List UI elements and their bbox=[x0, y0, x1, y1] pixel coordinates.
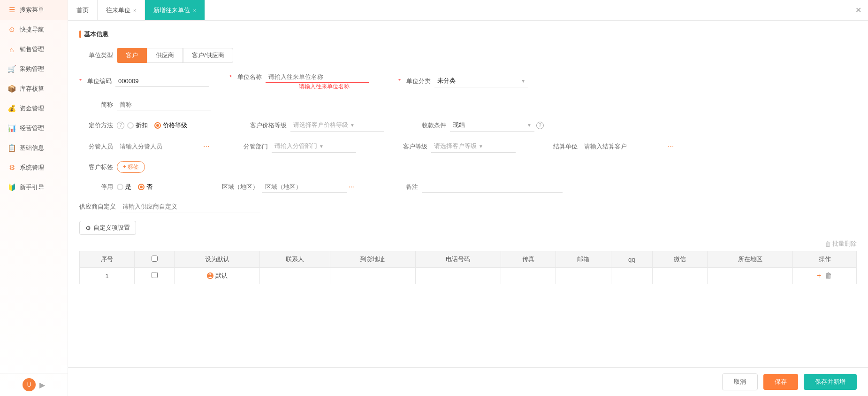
batch-delete-button[interactable]: 🗑 批量删除 bbox=[825, 240, 857, 248]
region-more-button[interactable]: ··· bbox=[347, 183, 357, 191]
sidebar-item-system[interactable]: ⚙ 系统管理 bbox=[0, 158, 68, 178]
table-col-8: qq bbox=[611, 251, 652, 268]
pricing-level-item[interactable]: 价格等级 bbox=[154, 121, 187, 130]
tag-row: 客户标签 + 标签 bbox=[79, 161, 857, 173]
action-cell: +🗑 bbox=[793, 268, 857, 284]
basic-icon: 📋 bbox=[8, 144, 16, 152]
chevron-down-icon: ▼ bbox=[521, 78, 525, 84]
settlement-label: 结算单位 bbox=[548, 142, 581, 151]
table-col-3: 联系人 bbox=[260, 251, 330, 268]
tabs-bar: 首页往来单位×新增往来单位× ✕ bbox=[68, 0, 868, 21]
sidebar-item-inventory[interactable]: 📦 库存核算 bbox=[0, 79, 68, 99]
tab-partner[interactable]: 往来单位× bbox=[98, 0, 145, 20]
sidebar-item-sales[interactable]: ⌂ 销售管理 bbox=[0, 39, 68, 59]
phone-cell bbox=[415, 268, 501, 284]
select-all-checkbox[interactable] bbox=[152, 256, 158, 262]
payment-help-icon[interactable]: ? bbox=[536, 122, 544, 129]
section-icon-bar bbox=[79, 31, 81, 38]
manager-col: 分管人员 ··· bbox=[79, 141, 239, 152]
unit-type-group: 客户 供应商 客户/供应商 bbox=[117, 48, 233, 63]
disabled-yes-item[interactable]: 是 bbox=[117, 183, 131, 191]
sidebar-item-purchase[interactable]: 🛒 采购管理 bbox=[0, 59, 68, 79]
customer-level-select[interactable]: 请选择客户等级 ▼ bbox=[431, 140, 516, 153]
sidebar-item-guide[interactable]: 🔰 新手引导 bbox=[0, 178, 68, 197]
sidebar-item-quick-nav[interactable]: ⊙ 快捷导航 bbox=[0, 20, 68, 39]
chevron-down-icon4: ▼ bbox=[319, 144, 324, 149]
dept-select[interactable]: 请输入分管部门 ▼ bbox=[272, 140, 356, 153]
unit-type-customer-btn[interactable]: 客户 bbox=[117, 48, 147, 63]
sidebar-search[interactable]: ☰ 搜索菜单 bbox=[0, 0, 68, 20]
sidebar-search-label: 搜索菜单 bbox=[20, 6, 44, 14]
unit-category-select[interactable]: 未分类 ▼ bbox=[434, 75, 528, 87]
sidebar-label-operations: 经营管理 bbox=[20, 124, 44, 132]
manager-input[interactable] bbox=[117, 141, 201, 152]
user-avatar: U bbox=[23, 378, 36, 391]
sidebar-bottom: U ▶ bbox=[0, 373, 68, 396]
unit-type-row: 单位类型 客户 供应商 客户/供应商 bbox=[79, 48, 857, 63]
cancel-button[interactable]: 取消 bbox=[722, 373, 758, 390]
settlement-col: 结算单位 ··· bbox=[548, 141, 857, 152]
unit-code-input[interactable] bbox=[115, 76, 209, 87]
pricing-help-icon[interactable]: ? bbox=[117, 122, 124, 129]
check-cell bbox=[135, 268, 175, 284]
payment-select[interactable]: 现结 ▼ bbox=[450, 119, 534, 132]
table-col-5: 电话号码 bbox=[415, 251, 501, 268]
dept-label: 分管部门 bbox=[239, 142, 272, 151]
finance-icon: 💰 bbox=[8, 104, 16, 113]
content-area: 基本信息 单位类型 客户 供应商 客户/供应商 * 单位编码 * 单位 bbox=[68, 21, 868, 367]
table-col-7: 邮箱 bbox=[556, 251, 611, 268]
supplier-custom-input[interactable] bbox=[120, 201, 260, 212]
table-col-6: 传真 bbox=[501, 251, 556, 268]
tab-label-partner: 往来单位 bbox=[106, 6, 130, 15]
dept-placeholder: 请输入分管部门 bbox=[274, 142, 317, 150]
unit-type-supplier-btn[interactable]: 供应商 bbox=[147, 48, 183, 63]
tab-label-new-partner: 新增往来单位 bbox=[153, 6, 190, 15]
unit-type-both-btn[interactable]: 客户/供应商 bbox=[183, 48, 233, 63]
system-icon: ⚙ bbox=[8, 163, 16, 172]
remark-input[interactable] bbox=[422, 181, 563, 193]
settlement-input[interactable] bbox=[581, 141, 666, 152]
add-row-button[interactable]: + bbox=[817, 272, 821, 280]
save-button[interactable]: 保存 bbox=[763, 374, 798, 390]
disabled-label: 停用 bbox=[79, 183, 117, 191]
seq-cell: 1 bbox=[80, 268, 135, 284]
sidebar-label-finance: 资金管理 bbox=[20, 104, 44, 113]
save-add-button[interactable]: 保存并新增 bbox=[804, 374, 857, 390]
tab-home[interactable]: 首页 bbox=[68, 0, 98, 20]
region-input[interactable] bbox=[262, 181, 347, 193]
disabled-no-item[interactable]: 否 bbox=[138, 183, 152, 191]
abbr-input[interactable] bbox=[117, 99, 211, 110]
add-tag-button[interactable]: + 标签 bbox=[117, 161, 145, 173]
sidebar-item-operations[interactable]: 📊 经营管理 bbox=[0, 118, 68, 138]
sales-icon: ⌂ bbox=[8, 45, 16, 54]
settlement-more-button[interactable]: ··· bbox=[666, 142, 676, 151]
table-col-4: 到货地址 bbox=[330, 251, 415, 268]
customer-level-col: 客户等级 请选择客户等级 ▼ bbox=[398, 140, 548, 153]
section-title: 基本信息 bbox=[79, 30, 857, 39]
unit-type-label: 单位类型 bbox=[79, 51, 117, 60]
custom-settings-button[interactable]: ⚙ 自定义项设置 bbox=[79, 221, 136, 235]
custom-settings-label: 自定义项设置 bbox=[93, 224, 130, 232]
category-required-star: * bbox=[398, 78, 401, 85]
manager-more-button[interactable]: ··· bbox=[201, 142, 211, 151]
pricing-discount-item[interactable]: 折扣 bbox=[127, 121, 148, 130]
tab-close-partner[interactable]: × bbox=[133, 8, 136, 13]
code-name-category-row: * 单位编码 * 单位名称 请输入往来单位名称 * 单位分类 bbox=[79, 71, 857, 91]
price-level-select[interactable]: 请选择客户价格等级 ▼ bbox=[290, 119, 384, 132]
delete-row-button[interactable]: 🗑 bbox=[825, 272, 832, 280]
region-label: 区域（地区） bbox=[220, 183, 262, 191]
supplier-custom-row: 供应商自定义 bbox=[79, 201, 857, 212]
disabled-radio-group: 是 否 bbox=[117, 183, 152, 191]
tag-label: 客户标签 bbox=[79, 163, 117, 171]
sidebar-label-system: 系统管理 bbox=[20, 163, 44, 172]
tab-new-partner[interactable]: 新增往来单位× bbox=[145, 0, 205, 20]
table-col-0: 序号 bbox=[80, 251, 135, 268]
tab-close-new-partner[interactable]: × bbox=[193, 8, 196, 13]
close-all-tabs-button[interactable]: ✕ bbox=[849, 6, 868, 15]
sidebar-item-finance[interactable]: 💰 资金管理 bbox=[0, 99, 68, 118]
unit-name-input[interactable] bbox=[266, 71, 369, 83]
price-level-placeholder: 请选择客户价格等级 bbox=[293, 121, 348, 129]
sidebar-item-basic[interactable]: 📋 基础信息 bbox=[0, 138, 68, 158]
unit-name-error: 请输入往来单位名称 bbox=[299, 83, 350, 90]
row-checkbox[interactable] bbox=[152, 272, 158, 278]
